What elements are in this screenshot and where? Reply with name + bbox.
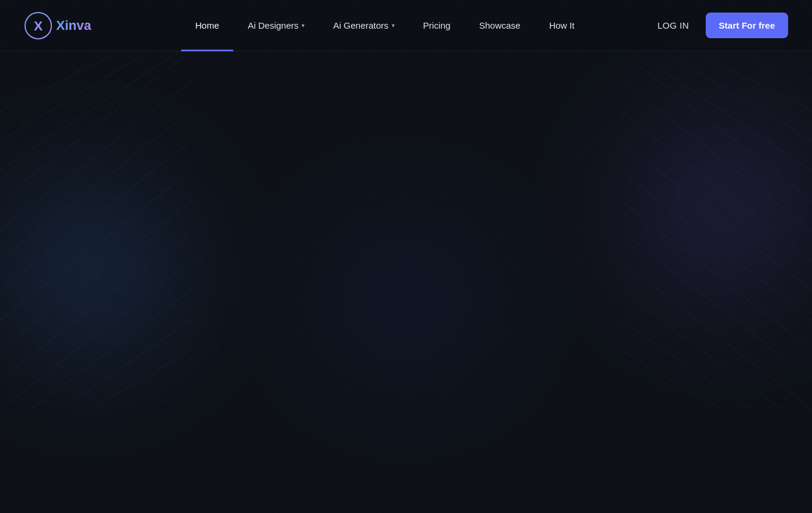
svg-line-26 (621, 320, 752, 410)
svg-line-14 (693, 51, 812, 111)
svg-line-1 (0, 51, 149, 141)
svg-line-24 (621, 260, 812, 410)
svg-line-25 (621, 290, 782, 410)
nav-right: LOG IN Start For free (650, 13, 788, 39)
login-button[interactable]: LOG IN (650, 16, 696, 35)
svg-line-0 (0, 51, 119, 111)
navbar: X Xinva Home Ai Designers (0, 0, 812, 51)
svg-line-20 (621, 141, 812, 290)
nav-item-ai-designers[interactable]: Ai Designers ▾ (233, 0, 319, 51)
svg-line-13 (90, 350, 191, 410)
svg-line-19 (621, 111, 812, 260)
chevron-down-icon: ▾ (302, 22, 304, 29)
svg-line-23 (621, 231, 812, 380)
svg-line-15 (663, 51, 812, 141)
nav-item-ai-generators[interactable]: Ai Generators ▾ (319, 0, 409, 51)
svg-line-3 (0, 51, 191, 201)
decor-lines-right (621, 51, 812, 410)
nav-links: Home Ai Designers ▾ Ai Generators ▾ Pric… (119, 0, 650, 51)
logo[interactable]: X Xinva (24, 11, 119, 40)
hero-background (0, 0, 812, 513)
svg-line-18 (621, 81, 812, 231)
svg-line-22 (621, 201, 812, 350)
svg-line-10 (0, 260, 191, 410)
svg-line-9 (0, 231, 191, 380)
svg-text:X: X (34, 19, 43, 33)
nav-item-home[interactable]: Home (181, 0, 233, 51)
svg-line-17 (621, 51, 812, 201)
nav-item-how-it[interactable]: How It (535, 0, 589, 51)
svg-line-5 (0, 111, 191, 260)
svg-line-11 (30, 290, 191, 410)
svg-line-8 (0, 201, 191, 350)
svg-line-21 (621, 171, 812, 320)
logo-icon: X (24, 11, 53, 40)
nav-cta-button[interactable]: Start For free (706, 13, 788, 39)
svg-line-16 (633, 51, 812, 171)
nav-item-showcase[interactable]: Showcase (465, 0, 534, 51)
logo-text: Xinva (56, 18, 91, 33)
nav-item-pricing[interactable]: Pricing (409, 0, 465, 51)
svg-line-6 (0, 141, 191, 290)
chevron-down-icon: ▾ (392, 22, 395, 29)
svg-line-7 (0, 171, 191, 320)
svg-line-12 (60, 320, 191, 410)
decor-lines-left (0, 51, 191, 410)
svg-line-2 (0, 51, 179, 171)
svg-line-27 (621, 350, 722, 410)
svg-line-4 (0, 81, 191, 231)
